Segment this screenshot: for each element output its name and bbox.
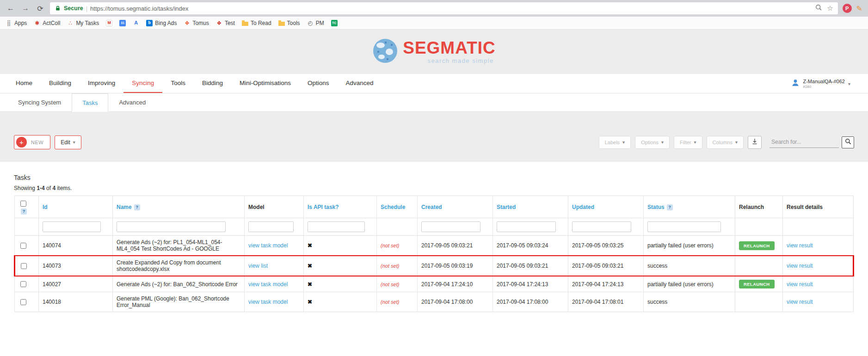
nav-item-syncing[interactable]: Syncing — [123, 74, 162, 93]
row-checkbox[interactable] — [21, 263, 27, 269]
nav-item-mini-optimisations[interactable]: Mini-Optimisations — [231, 74, 299, 93]
bookmark-gmail[interactable]: M — [106, 20, 112, 26]
new-button[interactable]: + NEW — [14, 135, 50, 149]
bookmark-bing-ads[interactable]: b Bing Ads — [146, 20, 177, 26]
filter-id-input[interactable] — [43, 221, 101, 232]
sort-schedule-link[interactable]: Schedule — [381, 204, 405, 210]
bookmark-tc[interactable]: TC — [331, 20, 338, 26]
sort-is-api-link[interactable]: Is API task? — [308, 204, 339, 210]
tomus-icon: ❖ — [184, 20, 191, 26]
filter-started-input[interactable] — [497, 221, 556, 232]
tab-syncing-system[interactable]: Syncing System — [7, 93, 72, 111]
view-task-model-link[interactable]: view task model — [248, 281, 288, 288]
sort-status-link[interactable]: Status — [647, 204, 665, 210]
sort-created-link[interactable]: Created — [421, 204, 442, 210]
bookmark-star-icon[interactable]: ☆ — [827, 4, 833, 12]
filter-status-input[interactable] — [647, 221, 721, 232]
help-icon[interactable]: ? — [134, 204, 140, 210]
sort-name-link[interactable]: Name — [117, 204, 132, 210]
filter-model-input[interactable] — [248, 221, 294, 232]
relaunch-button[interactable]: RELAUNCH — [739, 241, 775, 250]
bookmark-tomus[interactable]: ❖ Tomus — [184, 20, 209, 26]
bookmark-calendar[interactable]: 31 — [119, 20, 126, 26]
toolbar: + NEW Edit ▾ Labels ▾ Options ▾ Filter ▾ — [14, 135, 854, 149]
nav-item-bidding[interactable]: Bidding — [194, 74, 231, 93]
filter-name-input[interactable] — [117, 221, 226, 232]
address-bar[interactable]: Secure | https://tomus.segmatic.io/tasks… — [50, 2, 838, 14]
sort-updated-link[interactable]: Updated — [572, 204, 594, 210]
nav-item-improving[interactable]: Improving — [80, 74, 123, 93]
cell-id: 140027 — [39, 276, 113, 292]
sort-started-link[interactable]: Started — [497, 204, 516, 210]
cell-name: Create Expanded Ad Copy from document sh… — [113, 256, 245, 276]
table-row-highlighted: 140073 Create Expanded Ad Copy from docu… — [15, 256, 854, 276]
cell-updated: 2017-09-05 09:03:25 — [568, 236, 644, 256]
search-input[interactable] — [770, 136, 839, 148]
zoom-icon[interactable] — [815, 4, 822, 13]
gmail-icon: M — [106, 20, 112, 26]
status-text: partially failed (user errors) — [644, 236, 735, 256]
help-icon[interactable]: ? — [667, 204, 673, 210]
select-all-checkbox[interactable] — [20, 201, 26, 207]
bookmark-my-tasks[interactable]: ∴ My Tasks — [67, 20, 99, 26]
options-dropdown[interactable]: Options ▾ — [635, 136, 670, 149]
user-menu[interactable]: Z-ManualQA-#062 #280 ▾ — [791, 74, 850, 93]
row-checkbox[interactable] — [20, 281, 26, 287]
filter-dropdown[interactable]: Filter ▾ — [674, 136, 702, 149]
bookmark-analytics[interactable]: A — [133, 20, 139, 26]
bookmark-apps[interactable]: ⣿ Apps — [6, 20, 27, 26]
view-task-model-link[interactable]: view task model — [248, 242, 288, 249]
calendar-icon: 31 — [119, 20, 126, 26]
schedule-not-set: (not set) — [381, 299, 399, 305]
bing-icon: b — [146, 20, 153, 26]
view-result-link[interactable]: view result — [787, 242, 813, 249]
search-button[interactable] — [842, 136, 854, 148]
row-checkbox[interactable] — [20, 243, 26, 249]
refresh-icon[interactable]: ⟳ — [35, 4, 45, 13]
view-result-link[interactable]: view result — [787, 263, 813, 269]
col-header-updated: Updated — [568, 196, 644, 218]
bookmark-test[interactable]: ❖ Test — [216, 20, 235, 26]
nav-item-building[interactable]: Building — [41, 74, 80, 93]
extension-p-icon[interactable]: P — [843, 4, 852, 13]
edit-button[interactable]: Edit ▾ — [55, 135, 81, 149]
row-checkbox[interactable] — [20, 299, 26, 305]
help-icon[interactable]: ? — [21, 209, 27, 215]
col-header-schedule: Schedule — [377, 196, 418, 218]
bookmark-to-read[interactable]: To Read — [242, 20, 271, 26]
extension-pencil-icon[interactable]: ✎ — [856, 4, 862, 13]
filter-created-input[interactable] — [421, 221, 480, 232]
nav-item-home[interactable]: Home — [7, 74, 41, 93]
forward-icon[interactable]: → — [20, 4, 31, 12]
nav-item-tools[interactable]: Tools — [162, 74, 194, 93]
results-summary: Showing 1-4 of 4 items. — [14, 185, 854, 191]
folder-icon — [242, 22, 248, 26]
nav-item-options[interactable]: Options — [299, 74, 338, 93]
sort-id-link[interactable]: Id — [43, 204, 48, 210]
bookmark-tools[interactable]: Tools — [278, 20, 300, 26]
filter-is-api-input[interactable] — [308, 221, 365, 232]
col-header-status: Status? — [644, 196, 735, 218]
cell-id: 140074 — [39, 236, 113, 256]
tab-tasks[interactable]: Tasks — [72, 93, 108, 112]
is-api-flag: ✖ — [304, 276, 377, 292]
col-header-created: Created — [418, 196, 493, 218]
back-icon[interactable]: ← — [6, 4, 16, 12]
bookmark-pm[interactable]: ◴ PM — [307, 20, 324, 26]
view-task-model-link[interactable]: view task model — [248, 299, 288, 305]
view-list-link[interactable]: view list — [248, 263, 268, 269]
relaunch-button[interactable]: RELAUNCH — [739, 280, 775, 288]
view-result-link[interactable]: view result — [787, 299, 813, 305]
search-icon — [845, 138, 851, 146]
columns-dropdown[interactable]: Columns ▾ — [707, 136, 744, 149]
bookmark-actcoll[interactable]: ✱ ActColl — [34, 20, 60, 26]
labels-dropdown[interactable]: Labels ▾ — [599, 136, 631, 149]
cell-started: 2017-09-05 09:03:21 — [493, 256, 568, 276]
nav-item-advanced[interactable]: Advanced — [338, 74, 382, 93]
status-text: success — [644, 256, 735, 276]
view-result-link[interactable]: view result — [787, 281, 813, 288]
filter-updated-input[interactable] — [572, 221, 631, 232]
download-button[interactable] — [748, 136, 762, 149]
segmatic-logo[interactable]: SEGMATIC search made simple — [372, 38, 496, 66]
tab-advanced[interactable]: Advanced — [108, 93, 156, 111]
